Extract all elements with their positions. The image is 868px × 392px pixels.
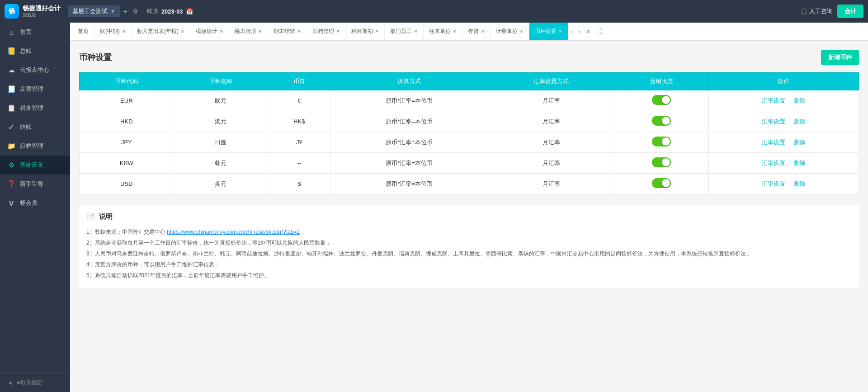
sidebar-item-guide[interactable]: ❓ 新手引导 — [0, 175, 70, 194]
sidebar-item-ledger[interactable]: 📒 总账 — [0, 42, 70, 61]
sidebar-item-settlement[interactable]: ✓ 结账 — [0, 118, 70, 137]
cell-status — [614, 174, 709, 194]
note-item: 2）系统自动获取每月第一个工作日的汇率标价，统一为直接标价法，即1外币可以兑换的… — [86, 237, 852, 248]
delete-link[interactable]: 删除 — [794, 160, 806, 166]
rate-settings-link[interactable]: 汇率设置 — [762, 160, 785, 166]
toggle-track[interactable] — [652, 178, 671, 188]
note-link[interactable]: https://www.chinamoney.com.cn/chinese/bk… — [167, 229, 300, 235]
cell-rate-method: 月汇率 — [488, 111, 614, 132]
tab-close-subject[interactable]: ✕ — [375, 28, 379, 34]
cell-rate-method: 月汇率 — [488, 174, 614, 194]
tab-expand-button[interactable]: ⛶ — [594, 28, 605, 35]
add-company-button[interactable]: ＋ — [120, 7, 131, 16]
tab-currency[interactable]: 币种设置 ✕ — [529, 23, 568, 41]
sidebar-item-member[interactable]: V 畅会员 — [0, 194, 70, 213]
tab-close-contact[interactable]: ✕ — [453, 28, 457, 34]
cell-actions: 汇率设置 删除 — [708, 111, 859, 132]
tab-template[interactable]: 模版设计 ✕ — [190, 23, 229, 41]
tab-close-department[interactable]: ✕ — [414, 28, 418, 34]
account-button[interactable]: 会计 — [837, 5, 863, 18]
tab-close-archive[interactable]: ✕ — [336, 28, 340, 34]
tab-label-currency: 币种设置 — [535, 28, 557, 35]
cell-calc: 原币*汇率=本位币 — [330, 111, 488, 132]
tab-income[interactable]: 收入支出表(年报) ✕ — [132, 23, 190, 41]
tab-label-contact: 往来单位 — [429, 28, 451, 35]
cell-calc: 原币*汇率=本位币 — [330, 90, 488, 111]
toggle-enabled[interactable] — [652, 137, 671, 146]
toggle-thumb — [662, 137, 670, 146]
cell-symbol: HK$ — [268, 111, 330, 132]
toggle-track[interactable] — [652, 116, 671, 126]
tab-label-inventory: 存货 — [468, 28, 479, 35]
tab-next-button[interactable]: › — [576, 28, 583, 35]
toggle-thumb — [662, 117, 670, 125]
tab-close-income[interactable]: ✕ — [180, 28, 184, 34]
sidebar-label-member: 畅会员 — [20, 199, 38, 207]
rate-settings-link[interactable]: 汇率设置 — [762, 180, 785, 187]
logo-title: 畅捷通好会计 — [23, 5, 61, 12]
logo-area: 畅 畅捷通好会计 旗舰版 — [5, 4, 63, 19]
col-header-code: 币种代码 — [80, 73, 174, 90]
tab-balance[interactable]: 账(中期) ✕ — [94, 23, 132, 41]
sidebar-item-archive[interactable]: 📁 归档管理 — [0, 137, 70, 156]
tab-department[interactable]: 部门员工 ✕ — [385, 23, 424, 41]
cell-code: EUR — [80, 90, 174, 111]
new-currency-button[interactable]: 新增币种 — [821, 50, 859, 65]
rate-settings-link[interactable]: 汇率设置 — [762, 97, 785, 104]
tab-prev-button[interactable]: ‹ — [568, 28, 576, 35]
cell-status — [614, 90, 709, 111]
sidebar-item-settings[interactable]: ⚙ 基础设置 — [0, 156, 70, 175]
sidebar-toggle-pin[interactable]: ◄ ◄取消固定 — [0, 373, 70, 392]
tab-close-period-end[interactable]: ✕ — [297, 28, 301, 34]
tab-archive[interactable]: 归档管理 ✕ — [307, 23, 346, 41]
tab-close-balance[interactable]: ✕ — [122, 28, 126, 34]
cell-symbol: € — [268, 90, 330, 111]
sidebar-item-invoice[interactable]: 🧾 发票管理 — [0, 80, 70, 99]
settlement-icon: ✓ — [7, 123, 15, 131]
sidebar-item-reports[interactable]: ☁ 云报表中心 — [0, 61, 70, 80]
delete-link[interactable]: 删除 — [794, 139, 806, 146]
tab-inventory[interactable]: 存货 ✕ — [462, 23, 491, 41]
sidebar-item-tax[interactable]: 📋 税务管理 — [0, 99, 70, 118]
cell-calc: 原币*汇率=本位币 — [330, 153, 488, 174]
cell-rate-method: 月汇率 — [488, 153, 614, 174]
settings-icon[interactable]: ⚙ — [131, 8, 140, 15]
rate-settings-link[interactable]: 汇率设置 — [762, 139, 785, 146]
toggle-thumb — [662, 179, 670, 187]
tab-unit[interactable]: 计量单位 ✕ — [491, 23, 529, 41]
table-row: JPY 日圆 J¥ 原币*汇率=本位币 月汇率 汇率设置 删除 — [80, 132, 859, 153]
tab-label-department: 部门员工 — [390, 28, 412, 35]
tab-period-end[interactable]: 期末结转 ✕ — [268, 23, 307, 41]
cell-actions: 汇率设置 删除 — [708, 153, 859, 174]
cell-rate-method: 月汇率 — [488, 132, 614, 153]
delete-link[interactable]: 删除 — [794, 118, 806, 125]
sidebar-label-home: 首页 — [20, 28, 32, 36]
sidebar-item-home[interactable]: ⌂ 首页 — [0, 23, 70, 42]
company-selector[interactable]: 基层工会测试 ▼ — [68, 5, 120, 17]
tab-close-currency[interactable]: ✕ — [558, 28, 562, 34]
delete-link[interactable]: 删除 — [794, 97, 806, 104]
tab-contact[interactable]: 往来单位 ✕ — [424, 23, 462, 41]
tab-close-tax[interactable]: ✕ — [258, 28, 262, 34]
tab-close-unit[interactable]: ✕ — [519, 28, 524, 34]
toggle-enabled[interactable] — [652, 178, 671, 188]
pin-label: ◄取消固定 — [15, 379, 42, 387]
toggle-track[interactable] — [652, 157, 671, 167]
tab-home[interactable]: 首页 — [72, 23, 94, 41]
tab-subject[interactable]: 科目期初 ✕ — [346, 23, 385, 41]
rate-settings-link[interactable]: 汇率设置 — [762, 118, 785, 125]
tab-close-all-button[interactable]: ✕ — [583, 28, 594, 35]
cell-status — [614, 132, 709, 153]
toggle-enabled[interactable] — [652, 116, 671, 126]
tab-close-inventory[interactable]: ✕ — [481, 28, 485, 34]
calendar-icon[interactable]: 📅 — [186, 8, 193, 15]
delete-link[interactable]: 删除 — [794, 180, 806, 187]
toggle-track[interactable] — [652, 95, 671, 105]
help-button[interactable]: 🎧 人工咨询 — [800, 7, 833, 15]
tab-close-template[interactable]: ✕ — [219, 28, 223, 34]
toggle-enabled[interactable] — [652, 157, 671, 167]
tab-label-tax: 税表清册 — [235, 28, 256, 35]
toggle-track[interactable] — [652, 137, 671, 146]
tab-tax[interactable]: 税表清册 ✕ — [229, 23, 268, 41]
toggle-enabled[interactable] — [652, 95, 671, 105]
